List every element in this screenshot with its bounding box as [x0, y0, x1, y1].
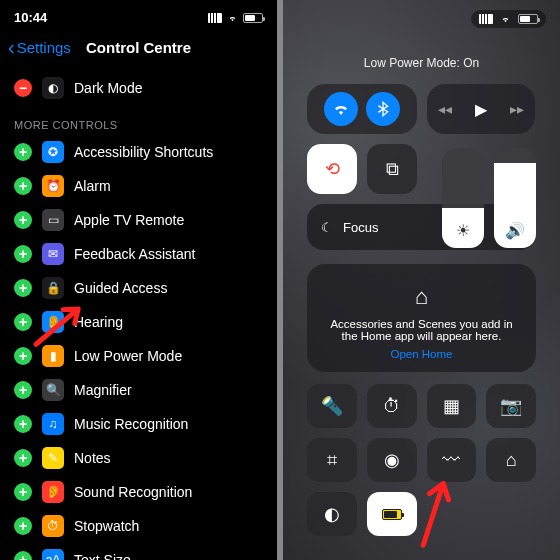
connectivity-module[interactable] — [307, 84, 417, 134]
battery-icon — [382, 509, 402, 520]
open-home-link[interactable]: Open Home — [390, 348, 452, 360]
add-button[interactable]: + — [14, 483, 32, 501]
control-row[interactable]: +▮Low Power Mode — [0, 339, 277, 373]
control-label: Notes — [74, 450, 263, 466]
alarm-icon: ⏰ — [42, 175, 64, 197]
add-button[interactable]: + — [14, 347, 32, 365]
home-button[interactable]: ⌂ — [486, 438, 536, 482]
control-row[interactable]: +aAText Size — [0, 543, 277, 560]
brightness-slider[interactable]: ☀ — [442, 148, 484, 248]
section-header-more: MORE CONTROLS — [0, 105, 277, 135]
add-button[interactable]: + — [14, 415, 32, 433]
control-label: Feedback Assistant — [74, 246, 263, 262]
add-button[interactable]: + — [14, 211, 32, 229]
add-button[interactable]: + — [14, 381, 32, 399]
controls-grid: 🔦⏱▦📷⌗◉〰⌂◐ — [307, 384, 536, 536]
qr-scanner-button[interactable]: ⌗ — [307, 438, 357, 482]
media-module[interactable]: ◂◂ ▶ ▸▸ — [427, 84, 535, 134]
control-label: Sound Recognition — [74, 484, 263, 500]
control-label: Accessibility Shortcuts — [74, 144, 263, 160]
lock-rotation-icon: ⟲ — [325, 158, 340, 180]
magnifier-icon: 🔍 — [42, 379, 64, 401]
control-row[interactable]: +♫Music Recognition — [0, 407, 277, 441]
control-row[interactable]: +👂Hearing — [0, 305, 277, 339]
control-row[interactable]: +✉Feedback Assistant — [0, 237, 277, 271]
media-prev-icon[interactable]: ◂◂ — [438, 101, 452, 117]
home-card-text: Accessories and Scenes you add in the Ho… — [325, 318, 518, 342]
stopwatch-icon: ⏱ — [42, 515, 64, 537]
control-label: Magnifier — [74, 382, 263, 398]
media-play-icon[interactable]: ▶ — [475, 100, 487, 119]
control-row[interactable]: +🔍Magnifier — [0, 373, 277, 407]
control-row[interactable]: +⏱Stopwatch — [0, 509, 277, 543]
add-button[interactable]: + — [14, 279, 32, 297]
add-button[interactable]: + — [14, 449, 32, 467]
volume-slider[interactable]: 🔊 — [494, 148, 536, 248]
sun-icon: ☀ — [456, 221, 470, 240]
music-rec-icon: ♫ — [42, 413, 64, 435]
page-title: Control Centre — [86, 39, 191, 56]
low-power-icon: ▮ — [42, 345, 64, 367]
add-button[interactable]: + — [14, 313, 32, 331]
add-button[interactable]: + — [14, 143, 32, 161]
control-row[interactable]: +▭Apple TV Remote — [0, 203, 277, 237]
back-button[interactable]: ‹ Settings — [8, 37, 71, 57]
cellular-icon — [479, 14, 493, 24]
bluetooth-icon — [375, 101, 391, 117]
dark-mode-icon: ◐ — [324, 503, 340, 525]
status-bar — [283, 0, 560, 34]
screen-mirroring-button[interactable]: ⧉ — [367, 144, 417, 194]
home-icon: ⌂ — [325, 284, 518, 310]
guided-access-icon: 🔒 — [42, 277, 64, 299]
add-button[interactable]: + — [14, 177, 32, 195]
status-bar: 10:44 — [0, 0, 277, 31]
add-button[interactable]: + — [14, 551, 32, 560]
control-row[interactable]: +✪Accessibility Shortcuts — [0, 135, 277, 169]
control-label: Hearing — [74, 314, 263, 330]
low-power-mode-button[interactable] — [367, 492, 417, 536]
accessibility-icon: ✪ — [42, 141, 64, 163]
control-row[interactable]: −◐Dark Mode — [0, 71, 277, 105]
media-next-icon[interactable]: ▸▸ — [510, 101, 524, 117]
control-label: Stopwatch — [74, 518, 263, 534]
dark-mode-icon: ◐ — [42, 77, 64, 99]
cellular-icon — [208, 13, 222, 23]
control-label: Alarm — [74, 178, 263, 194]
control-label: Guided Access — [74, 280, 263, 296]
screen-record-button[interactable]: ◉ — [367, 438, 417, 482]
back-label: Settings — [17, 39, 71, 56]
control-row[interactable]: +👂Sound Recognition — [0, 475, 277, 509]
qr-scanner-icon: ⌗ — [327, 450, 337, 471]
sound-recognition-button[interactable]: 〰 — [427, 438, 477, 482]
wifi-toggle[interactable] — [324, 92, 358, 126]
moon-icon: ☾ — [321, 220, 333, 235]
tv-remote-icon: ▭ — [42, 209, 64, 231]
timer-button[interactable]: ⏱ — [367, 384, 417, 428]
control-row[interactable]: +⏰Alarm — [0, 169, 277, 203]
status-indicators — [208, 10, 263, 25]
camera-button[interactable]: 📷 — [486, 384, 536, 428]
sound-recognition-icon: 〰 — [442, 450, 460, 471]
mirroring-icon: ⧉ — [386, 159, 399, 180]
bluetooth-toggle[interactable] — [366, 92, 400, 126]
control-row[interactable]: +✎Notes — [0, 441, 277, 475]
remove-button[interactable]: − — [14, 79, 32, 97]
dark-mode-button[interactable]: ◐ — [307, 492, 357, 536]
wifi-icon — [499, 14, 512, 24]
chevron-left-icon: ‹ — [8, 37, 15, 57]
home-accessories-card[interactable]: ⌂ Accessories and Scenes you add in the … — [307, 264, 536, 372]
control-row[interactable]: +🔒Guided Access — [0, 271, 277, 305]
hearing-icon: 👂 — [42, 311, 64, 333]
flashlight-button[interactable]: 🔦 — [307, 384, 357, 428]
flashlight-icon: 🔦 — [321, 395, 343, 417]
add-button[interactable]: + — [14, 517, 32, 535]
wifi-icon — [332, 100, 350, 118]
add-button[interactable]: + — [14, 245, 32, 263]
nav-bar: ‹ Settings Control Centre — [0, 31, 277, 67]
calculator-button[interactable]: ▦ — [427, 384, 477, 428]
feedback-icon: ✉ — [42, 243, 64, 265]
status-indicators — [471, 10, 546, 28]
wifi-icon — [226, 13, 239, 23]
calculator-icon: ▦ — [443, 395, 460, 417]
orientation-lock-button[interactable]: ⟲ — [307, 144, 357, 194]
